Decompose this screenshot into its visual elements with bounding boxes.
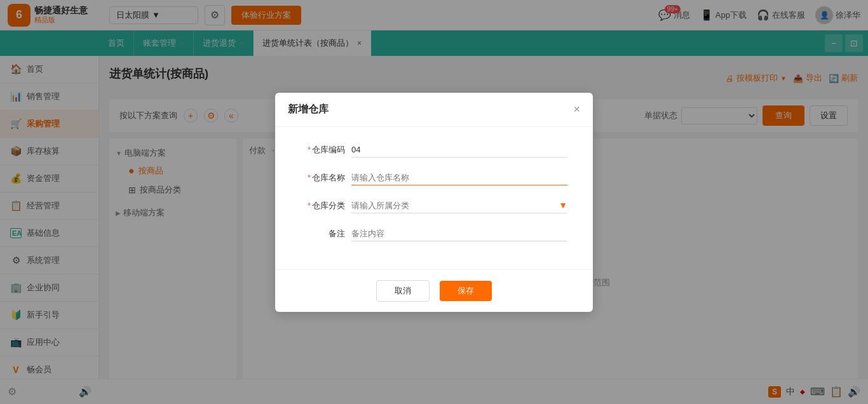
modal-overlay: 新增仓库 × *仓库编码 *仓库名称 *仓库分类: [0, 0, 868, 404]
code-label: *仓库编码: [301, 144, 345, 156]
name-label: *仓库名称: [301, 172, 345, 184]
warehouse-code-row: *仓库编码: [301, 142, 567, 158]
new-warehouse-modal: 新增仓库 × *仓库编码 *仓库名称 *仓库分类: [275, 93, 593, 312]
warehouse-note-input[interactable]: [351, 226, 567, 241]
cancel-button[interactable]: 取消: [376, 280, 430, 302]
required-mark-category: *: [308, 201, 311, 210]
warehouse-category-row: *仓库分类 ▼: [301, 198, 567, 213]
category-label: *仓库分类: [301, 200, 345, 212]
required-mark: *: [308, 145, 311, 154]
note-label: 备注: [301, 228, 345, 239]
category-dropdown-icon[interactable]: ▼: [559, 200, 567, 210]
warehouse-name-input[interactable]: [351, 170, 567, 185]
modal-footer: 取消 保存: [275, 269, 593, 312]
warehouse-note-row: 备注: [301, 226, 567, 241]
modal-close-button[interactable]: ×: [573, 104, 580, 115]
category-select-input[interactable]: [351, 198, 559, 213]
category-select-wrapper: ▼: [351, 198, 567, 213]
warehouse-code-input[interactable]: [351, 142, 567, 158]
modal-header: 新增仓库 ×: [275, 93, 593, 127]
required-mark-name: *: [308, 173, 311, 182]
save-button[interactable]: 保存: [440, 281, 492, 301]
modal-body: *仓库编码 *仓库名称 *仓库分类 ▼: [275, 127, 593, 269]
modal-title: 新增仓库: [288, 103, 329, 116]
warehouse-name-row: *仓库名称: [301, 170, 567, 185]
